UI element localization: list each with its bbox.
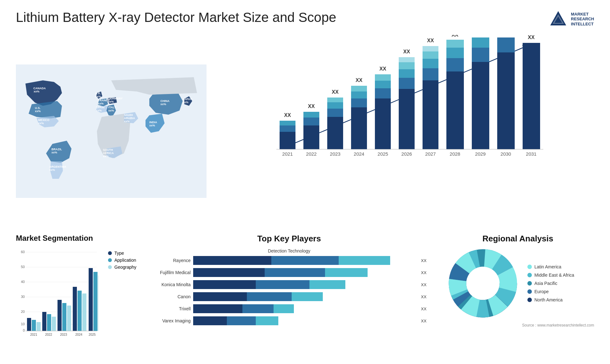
- player-fill-trixell: [193, 304, 294, 313]
- bar-seg2: [265, 268, 325, 277]
- seg-legend-app: Application: [108, 258, 136, 263]
- bottom-row: Market Segmentation 60 50 40 30 20 10 0: [16, 234, 594, 354]
- bar-2029-seg1: [472, 62, 489, 149]
- brazil-val: xx%: [51, 151, 57, 154]
- segmentation-title: Market Segmentation: [16, 234, 137, 243]
- player-name-konica: Konica Minolta: [149, 282, 191, 287]
- player-bar-trixell: [193, 304, 417, 313]
- china-val: xx%: [160, 103, 166, 106]
- player-bar-rayence: [193, 256, 417, 265]
- bar-seg2: [227, 316, 256, 325]
- app-label: Application: [114, 258, 136, 263]
- bar-seg1: [193, 268, 265, 277]
- geo-label: Geography: [114, 265, 136, 270]
- italy-label: ITALY: [108, 106, 116, 109]
- bar-2023-seg3: [327, 102, 343, 109]
- mea-dot: [527, 273, 532, 277]
- seg-year-2023: 2023: [60, 333, 67, 336]
- bar-2027-seg1: [423, 80, 438, 149]
- bar-seg3: [274, 304, 294, 313]
- bar-2030-label: XX: [502, 35, 509, 35]
- india-label: INDIA: [149, 121, 157, 124]
- seg-chart-svg: 60 50 40 30 20 10 0: [16, 247, 98, 336]
- player-bar-konica: [193, 280, 417, 289]
- latam-label: Latin America: [534, 264, 561, 269]
- geo-dot: [108, 265, 112, 269]
- bar-2022-label: XX: [308, 104, 315, 109]
- bar-2031-label: XX: [528, 35, 535, 40]
- na-dot: [527, 298, 532, 302]
- y-label-20: 20: [21, 310, 25, 313]
- bar-2030-seg2: [497, 37, 515, 52]
- legend-europe: Europe: [527, 289, 574, 294]
- logo-area: MARKET RESEARCH INTELLECT: [549, 10, 594, 29]
- bar-seg1: [193, 316, 227, 325]
- player-name-trixell: Trixell: [149, 306, 191, 311]
- bar-2027-seg3: [423, 59, 438, 68]
- na-label: North America: [534, 297, 563, 302]
- seg-2023-type: [58, 300, 62, 331]
- player-xx-varex: XX: [421, 319, 429, 323]
- bar-2027-seg5: [423, 46, 438, 51]
- page-title: Lithium Battery X-ray Detector Market Si…: [16, 10, 336, 25]
- bar-2025-seg2: [375, 88, 391, 98]
- donut-container: Latin America Middle East & Africa Asia …: [442, 248, 594, 318]
- player-name-rayence: Rayence: [149, 258, 191, 263]
- bar-2026-seg3: [399, 69, 415, 78]
- year-2021: 2021: [282, 151, 293, 157]
- seg-legend-geo: Geography: [108, 265, 136, 270]
- year-2030: 2030: [500, 151, 511, 157]
- bar-2022-seg1: [303, 125, 319, 149]
- seg-2023-app: [62, 303, 66, 331]
- bar-seg2: [271, 256, 338, 265]
- bar-seg2: [242, 304, 274, 313]
- seg-2025-type: [89, 268, 93, 331]
- bar-2029-label: XX: [477, 35, 484, 35]
- seg-2024-type: [73, 287, 77, 331]
- player-xx-trixell: XX: [421, 307, 429, 311]
- player-row-fuji: Fujifilm Medical XX: [149, 268, 429, 277]
- player-bar-canon: [193, 292, 417, 301]
- bar-2025-seg1: [375, 98, 391, 149]
- bar-chart-section: XX 2021 XX 2022 XX 2023: [213, 35, 594, 227]
- brazil-label: BRAZIL: [51, 148, 62, 151]
- bar-2021-label: XX: [284, 112, 291, 118]
- logo-line3: INTELLECT: [571, 22, 594, 27]
- bar-2022-seg3: [303, 112, 319, 118]
- bar-seg2: [247, 292, 292, 301]
- bar-seg3: [325, 268, 368, 277]
- player-fill-rayence: [193, 256, 390, 265]
- donut-svg: [448, 248, 518, 318]
- world-map-svg: CANADA xx% U.S. xx% MEXICO xx% BRAZIL xx…: [16, 35, 207, 227]
- year-2023: 2023: [330, 151, 340, 157]
- us-val: xx%: [35, 110, 41, 113]
- seg-chart-wrapper: 60 50 40 30 20 10 0: [16, 247, 137, 336]
- bar-2027-seg2: [423, 68, 438, 80]
- bar-seg1: [193, 304, 242, 313]
- bar-chart-svg: XX 2021 XX 2022 XX 2023: [219, 35, 594, 168]
- player-bar-varex: [193, 316, 417, 325]
- seg-2022-type: [42, 312, 46, 331]
- bar-2029-seg2: [472, 48, 489, 62]
- bar-2024-label: XX: [356, 78, 363, 83]
- bar-2026-label: XX: [403, 49, 410, 54]
- bar-2031-seg1: [523, 43, 540, 149]
- year-2024: 2024: [354, 151, 364, 157]
- donut-legend: Latin America Middle East & Africa Asia …: [527, 264, 574, 302]
- japan-val: xx%: [183, 101, 188, 104]
- player-fill-fuji: [193, 268, 368, 277]
- seg-year-2021: 2021: [30, 333, 37, 336]
- safrica-val: xx%: [103, 155, 109, 158]
- bar-seg3: [292, 292, 323, 301]
- y-label-40: 40: [21, 280, 25, 284]
- player-name-fuji: Fujifilm Medical: [149, 270, 191, 275]
- saudi-label2: ARABIA: [124, 117, 135, 120]
- bar-2023-seg1: [327, 117, 343, 149]
- player-xx-rayence: XX: [421, 258, 429, 263]
- bar-seg3: [309, 280, 345, 289]
- uk-label: U.K.: [95, 92, 101, 95]
- source-text: Source : www.marketresearchintellect.com: [442, 323, 594, 327]
- bar-2024-seg4: [351, 86, 367, 91]
- mexico-val: xx%: [38, 122, 44, 125]
- bar-seg2: [256, 280, 309, 289]
